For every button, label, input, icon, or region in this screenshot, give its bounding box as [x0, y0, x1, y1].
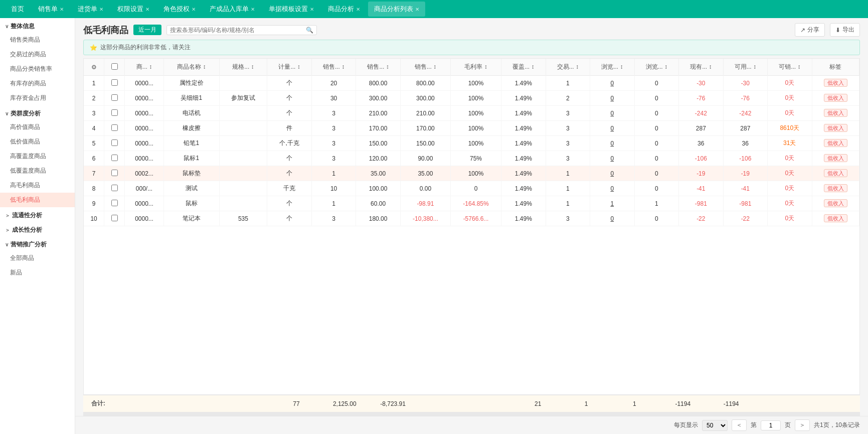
nav-item-home[interactable]: 首页 [5, 2, 30, 17]
notice-bar: ⭐ 这部分商品的利润非常低，请关注 [83, 40, 860, 55]
row-check[interactable] [104, 181, 125, 196]
nav-item-roles[interactable]: 角色授权 ✕ [157, 2, 202, 17]
row-browse1: 0 [590, 151, 635, 166]
close-icon[interactable]: ✕ [356, 7, 360, 12]
close-icon[interactable]: ✕ [310, 7, 314, 12]
row-checkbox[interactable] [111, 124, 118, 131]
col-coverage[interactable]: 覆盖... ↕ [501, 59, 546, 76]
nav-item-permissions[interactable]: 权限设置 ✕ [111, 2, 155, 17]
row-checkbox[interactable] [111, 185, 118, 191]
select-all-checkbox[interactable] [111, 63, 118, 70]
row-no: 4 [84, 121, 104, 136]
export-button[interactable]: ⬇ 导出 [830, 23, 860, 37]
close-icon[interactable]: ✕ [192, 7, 196, 12]
sidebar-item-traded-goods[interactable]: 交易过的商品 [0, 47, 75, 62]
sidebar-item-stock-capital[interactable]: 库存资金占用 [0, 91, 75, 105]
tag-badge: 低收入 [824, 154, 847, 162]
row-checkbox[interactable] [111, 94, 118, 101]
col-margin[interactable]: 毛利率 ↕ [450, 59, 501, 76]
sidebar-item-new-goods[interactable]: 新品 [0, 265, 75, 280]
footer-spacer5 [246, 400, 272, 407]
row-check[interactable] [104, 136, 125, 151]
col-unit[interactable]: 计量... ↕ [267, 59, 312, 76]
close-icon[interactable]: ✕ [60, 7, 64, 12]
row-checkbox[interactable] [111, 79, 118, 86]
sidebar-item-high-margin[interactable]: 高毛利商品 [0, 178, 75, 193]
col-code[interactable]: 商... ↕ [124, 59, 163, 76]
sidebar-group-overall[interactable]: ∨ 整体信息 [0, 18, 75, 33]
row-check[interactable] [104, 151, 125, 166]
row-checkbox[interactable] [111, 200, 118, 206]
row-margin: -164.85% [450, 196, 501, 211]
col-checkbox[interactable] [104, 59, 125, 76]
col-sale2[interactable]: 销售... ↕ [356, 59, 401, 76]
nav-item-products[interactable]: 产成品入库单 ✕ [204, 2, 261, 17]
row-check[interactable] [104, 76, 125, 91]
tag-badge: 低收入 [824, 124, 847, 132]
col-saleable[interactable]: 可销... ↕ [768, 59, 812, 76]
sidebar-item-in-stock[interactable]: 有库存的商品 [0, 76, 75, 91]
close-icon[interactable]: ✕ [415, 7, 419, 12]
row-stock: -76 [679, 91, 724, 106]
close-icon[interactable]: ✕ [145, 7, 149, 12]
sidebar-item-high-coverage[interactable]: 高覆盖度商品 [0, 149, 75, 164]
share-button[interactable]: ↗ 分享 [795, 23, 825, 37]
col-browse1[interactable]: 浏览... ↕ [590, 59, 635, 76]
row-check[interactable] [104, 211, 125, 226]
chevron-right-icon: ＞ [5, 212, 10, 219]
nav-item-purchase[interactable]: 进货单 ✕ [72, 2, 109, 17]
next-page-button[interactable]: ＞ [795, 419, 810, 431]
row-checkbox[interactable] [111, 109, 118, 116]
row-check[interactable] [104, 121, 125, 136]
row-checkbox[interactable] [111, 170, 118, 176]
row-sale3: -10,380... [400, 211, 450, 226]
col-sale1[interactable]: 销售... ↕ [311, 59, 356, 76]
col-browse2[interactable]: 浏览... ↕ [634, 59, 679, 76]
nav-item-templates[interactable]: 单据模板设置 ✕ [263, 2, 320, 17]
col-sale3[interactable]: 销售... ↕ [400, 59, 450, 76]
col-stock[interactable]: 现有... ↕ [679, 59, 724, 76]
nav-item-analysis-list[interactable]: 商品分析列表 ✕ [368, 2, 425, 17]
row-saleable: 31天 [768, 136, 812, 151]
col-spec[interactable]: 规格... ↕ [219, 59, 267, 76]
search-input[interactable] [170, 27, 306, 34]
page-size-select[interactable]: 50 100 200 [702, 420, 728, 431]
sidebar-group-marketing[interactable]: ∨ 营销推广分析 [0, 236, 75, 251]
row-check[interactable] [104, 196, 125, 211]
col-settings[interactable]: ⚙ [84, 59, 104, 76]
search-icon[interactable]: 🔍 [306, 27, 313, 34]
row-code: 0000... [124, 196, 163, 211]
col-tag[interactable]: 标签 [812, 59, 859, 76]
sidebar-item-sales-goods[interactable]: 销售类商品 [0, 33, 75, 47]
horizontal-scrollbar[interactable] [83, 412, 860, 416]
prev-page-button[interactable]: ＜ [732, 419, 747, 431]
row-coverage: 1.49% [501, 151, 546, 166]
row-check[interactable] [104, 166, 125, 181]
nav-item-sales[interactable]: 销售单 ✕ [32, 2, 70, 17]
page-number-input[interactable] [761, 420, 781, 430]
sidebar-item-low-coverage[interactable]: 低覆盖度商品 [0, 164, 75, 178]
row-checkbox[interactable] [111, 215, 118, 221]
row-check[interactable] [104, 91, 125, 106]
sidebar-item-category-rate[interactable]: 商品分类销售率 [0, 62, 75, 76]
sidebar-item-low-value[interactable]: 低价值商品 [0, 134, 75, 149]
col-name[interactable]: 商品名称 ↕ [164, 59, 220, 76]
period-button[interactable]: 近一月 [133, 25, 161, 35]
sidebar-item-all-goods[interactable]: 全部商品 [0, 251, 75, 265]
row-trade: 1 [546, 166, 590, 181]
sidebar-group-circulation[interactable]: ＞ 流通性分析 [0, 207, 75, 222]
col-trade[interactable]: 交易... ↕ [546, 59, 590, 76]
sidebar-item-high-value[interactable]: 高价值商品 [0, 120, 75, 134]
sidebar-item-low-margin[interactable]: 低毛利商品 [0, 193, 75, 207]
col-available[interactable]: 可用... ↕ [723, 59, 768, 76]
row-checkbox[interactable] [111, 155, 118, 161]
sidebar-group-growth[interactable]: ＞ 成长性分析 [0, 222, 75, 236]
close-icon[interactable]: ✕ [251, 7, 255, 12]
row-check[interactable] [104, 106, 125, 121]
row-spec [219, 166, 267, 181]
row-spec [219, 121, 267, 136]
close-icon[interactable]: ✕ [99, 7, 103, 12]
nav-item-analysis[interactable]: 商品分析 ✕ [322, 2, 366, 17]
row-checkbox[interactable] [111, 139, 118, 146]
sidebar-group-cluster[interactable]: ∨ 类群度分析 [0, 105, 75, 120]
